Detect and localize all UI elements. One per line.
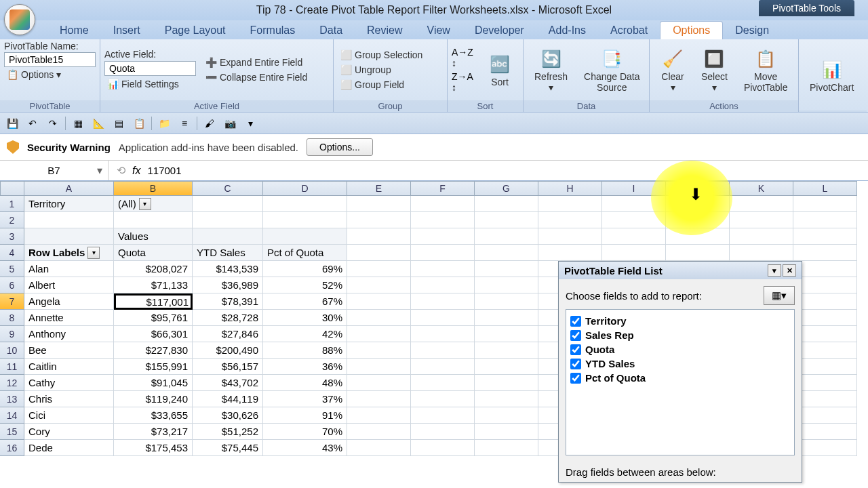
cell-E13[interactable] [347,391,411,407]
cell-H4[interactable] [538,245,602,261]
cell-F2[interactable] [411,212,475,228]
cell-E14[interactable] [347,407,411,424]
cell-E9[interactable] [347,326,411,342]
save-icon[interactable]: 💾 [4,115,20,131]
cell-G14[interactable] [475,407,538,424]
cell-D15[interactable]: 70% [263,424,347,440]
cell-L5[interactable] [793,261,857,277]
cell-G10[interactable] [475,342,538,359]
redo-icon[interactable]: ↷ [45,115,61,131]
tab-data[interactable]: Data [307,22,355,39]
cell-B2[interactable] [114,212,193,228]
undo-icon[interactable]: ↶ [24,115,41,131]
qat-icon[interactable]: 📋 [131,115,147,131]
cell-D10[interactable]: 88% [263,342,347,359]
cell-B11[interactable]: $155,991 [114,359,193,375]
refresh-button[interactable]: 🔄Refresh▾ [528,44,574,96]
col-header-F[interactable]: F [411,181,475,196]
qat-icon[interactable]: ▦ [70,115,86,131]
cell-F10[interactable] [411,342,475,359]
cell-K4[interactable] [730,245,793,261]
cell-F15[interactable] [411,424,475,440]
col-header-D[interactable]: D [263,181,347,196]
tab-options[interactable]: Options [660,21,723,39]
cell-A16[interactable]: Dede [24,440,114,456]
cell-F5[interactable] [411,261,475,277]
cell-E15[interactable] [347,424,411,440]
tab-view[interactable]: View [415,22,462,39]
formula-value[interactable]: 117001 [147,165,181,176]
cell-L1[interactable] [793,196,857,212]
col-header-L[interactable]: L [793,181,857,196]
tab-acrobat[interactable]: Acrobat [598,22,660,39]
tab-developer[interactable]: Developer [462,22,536,39]
cell-A13[interactable]: Chris [24,391,114,407]
cell-C10[interactable]: $200,490 [193,342,263,359]
cell-G12[interactable] [475,375,538,391]
fx-icon[interactable]: fx [132,165,140,177]
cell-B8[interactable]: $95,761 [114,310,193,326]
col-header-H[interactable]: H [538,181,602,196]
cell-L9[interactable] [793,326,857,342]
cell-E11[interactable] [347,359,411,375]
cell-F7[interactable] [411,293,475,310]
cell-G13[interactable] [475,391,538,407]
cell-E12[interactable] [347,375,411,391]
row-header[interactable]: 12 [0,375,24,391]
cell-C3[interactable] [193,228,263,245]
cell-B9[interactable]: $66,301 [114,326,193,342]
cell-G6[interactable] [475,277,538,293]
pivottable-field-list-panel[interactable]: PivotTable Field List ▾ ✕ Choose fields … [558,261,802,483]
cell-B7[interactable]: $117,001 [114,293,193,310]
row-header[interactable]: 2 [0,212,24,228]
cell-G9[interactable] [475,326,538,342]
cell-A5[interactable]: Alan [24,261,114,277]
row-header[interactable]: 10 [0,342,24,359]
cell-A4[interactable]: Row Labels▾ [24,245,114,261]
cell-D5[interactable]: 69% [263,261,347,277]
cell-H2[interactable] [538,212,602,228]
cell-H3[interactable] [538,228,602,245]
cell-C9[interactable]: $27,846 [193,326,263,342]
group-field-button[interactable]: ⬜ Group Field [338,78,425,92]
cell-L3[interactable] [793,228,857,245]
row-header[interactable]: 4 [0,245,24,261]
active-field-input[interactable] [104,61,196,76]
cell-G2[interactable] [475,212,538,228]
cell-G8[interactable] [475,310,538,326]
row-header[interactable]: 16 [0,440,24,456]
field-quota[interactable]: Quota [570,342,790,357]
pivottable-name-input[interactable] [4,52,96,67]
cell-F9[interactable] [411,326,475,342]
field-pct-of-quota[interactable]: Pct of Quota [570,371,790,385]
cell-L7[interactable] [793,293,857,310]
cell-B5[interactable]: $208,027 [114,261,193,277]
cell-L2[interactable] [793,212,857,228]
cell-E5[interactable] [347,261,411,277]
cell-D3[interactable] [263,228,347,245]
move-pivottable-button[interactable]: 📋Move PivotTable [737,44,795,96]
col-header-B[interactable]: B [114,181,193,196]
rowlabels-dropdown-icon[interactable]: ▾ [87,247,100,259]
cell-D1[interactable] [263,196,347,212]
cell-D7[interactable]: 67% [263,293,347,310]
field-settings-button[interactable]: 📊 Field Settings [104,77,196,91]
close-icon[interactable]: ✕ [783,264,796,277]
cell-A7[interactable]: Angela [24,293,114,310]
filter-dropdown-icon[interactable]: ▾ [139,198,151,210]
row-header[interactable]: 6 [0,277,24,293]
cell-F11[interactable] [411,359,475,375]
cell-B1[interactable]: (All)▾ [114,196,193,212]
cell-A8[interactable]: Annette [24,310,114,326]
cell-D16[interactable]: 43% [263,440,347,456]
cell-F8[interactable] [411,310,475,326]
cell-C7[interactable]: $78,391 [193,293,263,310]
cell-F4[interactable] [411,245,475,261]
chevron-down-icon[interactable]: ▾ [97,164,102,177]
tab-review[interactable]: Review [355,22,414,39]
cell-B16[interactable]: $175,453 [114,440,193,456]
qat-icon[interactable]: 🖌 [201,115,218,131]
ungroup-button[interactable]: ⬜ Ungroup [338,63,425,77]
collapse-field-button[interactable]: ➖ Collapse Entire Field [203,70,310,84]
cell-F12[interactable] [411,375,475,391]
